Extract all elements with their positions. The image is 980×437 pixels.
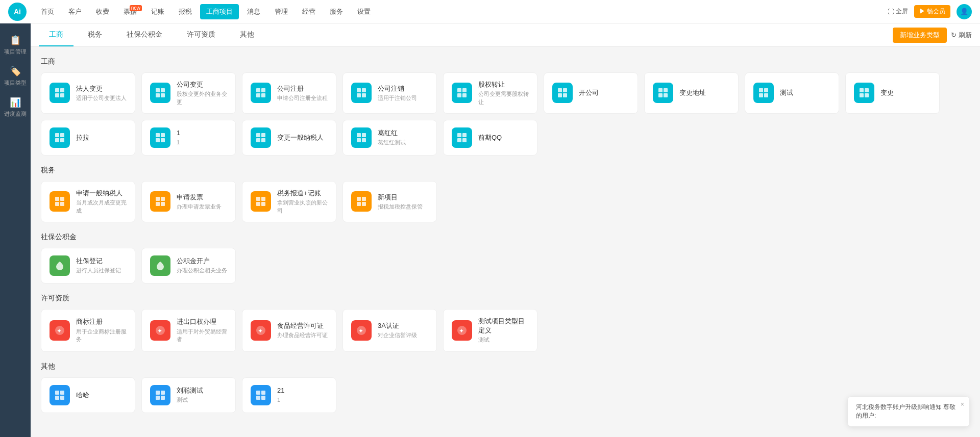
- card-name: 前期QQ: [478, 133, 502, 142]
- svg-rect-43: [161, 138, 165, 142]
- nav-item-记账[interactable]: 记账: [145, 4, 170, 19]
- svg-rect-1: [60, 88, 64, 92]
- nav-item-经营[interactable]: 经营: [296, 4, 322, 19]
- card-item[interactable]: 公司注销 适用于注销公司: [342, 72, 437, 114]
- cards-grid: ✦ 商标注册 用于企业商标注册服务 ✦ 进出口权办理 适用于对外贸易经营者 ✦ …: [41, 309, 970, 352]
- card-item[interactable]: 变更: [845, 72, 940, 114]
- card-item[interactable]: 新项目 报税加税控盘保管: [342, 181, 437, 222]
- svg-rect-30: [759, 93, 763, 97]
- sidebar-item-进度监测[interactable]: 📊 进度监测: [0, 92, 31, 123]
- card-name: 3A认证: [378, 321, 417, 330]
- card-icon: [150, 191, 170, 212]
- card-item[interactable]: 公司变更 股权变更外的业务变更: [141, 72, 236, 114]
- card-item[interactable]: 变更一般纳税人: [242, 120, 336, 156]
- nav-item-工商项目[interactable]: 工商项目: [200, 4, 239, 19]
- svg-rect-31: [764, 93, 768, 97]
- content-area: 工商 法人变更 适用于公司变更法人 公司变更 股权变更外的业务变更 公司注册: [31, 47, 980, 437]
- card-item[interactable]: 社保登记 进行人员社保登记: [41, 248, 135, 284]
- card-item[interactable]: 开公司: [544, 72, 638, 114]
- nav-item-消息[interactable]: 消息: [241, 4, 266, 19]
- card-item[interactable]: 前期QQ: [443, 120, 537, 156]
- card-item[interactable]: 哈哈: [41, 377, 135, 413]
- card-item[interactable]: 刘聪测试 测试: [141, 377, 236, 413]
- nav-item-客户[interactable]: 客户: [62, 4, 88, 19]
- card-text: 开公司: [579, 88, 599, 97]
- refresh-button[interactable]: ↻ 刷新: [951, 31, 972, 40]
- notification-text: 河北税务数字账户升级影响通知 尊敬的用户:: [856, 403, 961, 420]
- svg-rect-93: [261, 396, 265, 400]
- svg-rect-11: [261, 93, 265, 97]
- svg-rect-88: [156, 396, 160, 400]
- card-item[interactable]: 法人变更 适用于公司变更法人: [41, 72, 135, 114]
- card-desc: 葛红红测试: [378, 139, 406, 146]
- svg-rect-69: [362, 197, 366, 201]
- card-item[interactable]: 股权转让 公司变更需要股权转让: [443, 72, 537, 114]
- top-nav: Ai 首页客户收费票据new记账报税工商项目消息管理经营服务设置 ⛶ 全屏 ▶ …: [0, 0, 980, 23]
- nav-item-收费[interactable]: 收费: [90, 4, 115, 19]
- card-icon: [351, 127, 372, 148]
- card-text: 变更: [880, 88, 894, 97]
- fullscreen-btn[interactable]: ⛶ 全屏: [888, 7, 908, 16]
- card-icon: [351, 83, 372, 103]
- card-item[interactable]: 变更地址: [644, 72, 739, 114]
- card-item[interactable]: ✦ 食品经营许可证 办理食品经营许可证: [242, 309, 336, 352]
- card-item[interactable]: 公司注册 申请公司注册全流程: [242, 72, 336, 114]
- card-item[interactable]: 测试: [745, 72, 839, 114]
- card-item[interactable]: 拉拉: [41, 120, 135, 156]
- card-item[interactable]: 1 1: [141, 120, 236, 156]
- svg-rect-15: [362, 93, 366, 97]
- svg-rect-61: [161, 197, 165, 201]
- sidebar-item-项目类型[interactable]: 🏷️ 项目类型: [0, 61, 31, 92]
- nav-item-报税[interactable]: 报税: [173, 4, 198, 19]
- tab-许可资质[interactable]: 许可资质: [177, 24, 226, 46]
- card-item[interactable]: 公积金开户 办理公积金相关业务: [141, 248, 236, 284]
- tab-社保公积金[interactable]: 社保公积金: [116, 24, 173, 46]
- card-icon: [753, 83, 774, 103]
- card-item[interactable]: ✦ 进出口权办理 适用于对外贸易经营者: [141, 309, 236, 352]
- nav-item-票据[interactable]: 票据new: [117, 4, 143, 19]
- tab-其他[interactable]: 其他: [230, 24, 264, 46]
- nav-item-设置[interactable]: 设置: [351, 4, 377, 19]
- notification-close-button[interactable]: ×: [961, 401, 964, 408]
- card-item[interactable]: 申请发票 办理申请发票业务: [141, 181, 236, 222]
- card-item[interactable]: 葛红红 葛红红测试: [342, 120, 437, 156]
- svg-rect-47: [261, 138, 265, 142]
- add-type-button[interactable]: 新增业务类型: [893, 28, 947, 43]
- card-item[interactable]: ✦ 商标注册 用于企业商标注册服务: [41, 309, 135, 352]
- section-title: 许可资质: [41, 294, 970, 303]
- svg-rect-85: [60, 396, 64, 400]
- card-item[interactable]: 税务报道+记账 拿到营业执照的新公司: [242, 181, 336, 222]
- card-icon: [150, 255, 170, 276]
- svg-rect-3: [60, 93, 64, 97]
- svg-rect-66: [256, 202, 260, 206]
- vip-icon: ▶: [919, 8, 925, 15]
- card-item[interactable]: ✦ 3A认证 对企业信誉评级: [342, 309, 437, 352]
- svg-rect-21: [563, 88, 567, 92]
- svg-rect-28: [759, 88, 763, 92]
- sidebar-item-项目管理[interactable]: 📋 项目管理: [0, 30, 31, 61]
- card-item[interactable]: ✦ 测试项目类型目定义 测试: [443, 309, 537, 352]
- tab-税务[interactable]: 税务: [78, 24, 112, 46]
- card-desc: 当月或次月成变更完成: [76, 199, 127, 215]
- section-社保公积金: 社保公积金 社保登记 进行人员社保登记 公积金开户 办理公积金相关业务: [41, 233, 970, 284]
- nav-item-首页[interactable]: 首页: [35, 4, 60, 19]
- nav-item-管理[interactable]: 管理: [268, 4, 294, 19]
- card-text: 哈哈: [76, 391, 89, 400]
- avatar[interactable]: 👤: [957, 4, 972, 19]
- card-text: 拉拉: [76, 133, 89, 142]
- svg-text:✦: ✦: [459, 327, 464, 335]
- card-item[interactable]: 21 1: [242, 377, 336, 413]
- card-desc: 适用于注销公司: [378, 94, 417, 102]
- cards-grid: 社保登记 进行人员社保登记 公积金开户 办理公积金相关业务: [41, 248, 970, 284]
- card-desc: 适用于公司变更法人: [76, 94, 127, 102]
- tab-工商[interactable]: 工商: [39, 24, 74, 46]
- nav-item-服务[interactable]: 服务: [324, 4, 349, 19]
- card-desc: 办理公积金相关业务: [177, 267, 227, 274]
- card-name: 申请一般纳税人: [76, 189, 127, 198]
- card-item[interactable]: 申请一般纳税人 当月或次月成变更完成: [41, 181, 135, 222]
- card-text: 公积金开户 办理公积金相关业务: [177, 256, 227, 275]
- card-text: 申请发票 办理申请发票业务: [177, 193, 222, 211]
- card-desc: 申请公司注册全流程: [277, 94, 328, 102]
- vip-button[interactable]: ▶ 畅会员: [914, 5, 950, 18]
- svg-rect-33: [865, 88, 869, 92]
